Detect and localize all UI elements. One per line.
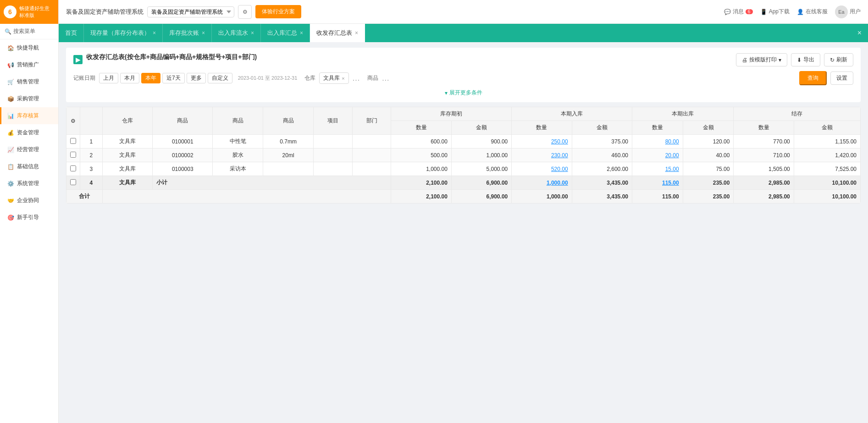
row-num: 1 xyxy=(80,135,103,148)
col-goods-code-header: 商品 xyxy=(153,107,213,135)
row-out-qty[interactable]: 15.00 xyxy=(632,162,683,176)
row-goods-spec: 0.7mm xyxy=(263,135,314,148)
tab-in-out-flow[interactable]: 出入库流水 × xyxy=(212,24,261,42)
col-settings[interactable]: ⚙ xyxy=(66,107,80,135)
tabbar-close-all-btn[interactable]: × xyxy=(851,29,868,37)
refresh-btn[interactable]: ↻ 刷新 xyxy=(824,53,853,66)
date-filter-section: 记账日期 上月 本月 本年 近7天 更多 自定义 2023-01-01 至 20… xyxy=(73,73,297,83)
sidebar-item-base-info[interactable]: 📋 基础信息 xyxy=(0,158,58,175)
sidebar-item-sales[interactable]: 🛒 销售管理 xyxy=(0,73,58,90)
row-goods-name: 采访本 xyxy=(213,162,263,176)
inventory-icon: 📊 xyxy=(7,112,14,120)
subtotal-in-amt: 3,435.00 xyxy=(572,176,632,190)
tab-close-inventory-dist[interactable]: × xyxy=(153,30,156,36)
expand-conditions-btn[interactable]: ▾ 展开更多条件 xyxy=(445,89,482,97)
tab-in-out-summary[interactable]: 出入库汇总 × xyxy=(261,24,310,42)
message-btn[interactable]: 💬 消息 6 xyxy=(724,8,753,16)
row-checkbox[interactable] xyxy=(66,148,80,162)
sidebar-item-business[interactable]: 📈 经营管理 xyxy=(0,141,58,158)
sidebar-item-inventory[interactable]: 📊 库存核算 xyxy=(0,107,58,124)
date-btn-7days[interactable]: 近7天 xyxy=(162,73,185,83)
warehouse-more-btn[interactable]: ... xyxy=(353,74,360,82)
tab-close-in-out-summary[interactable]: × xyxy=(300,30,303,36)
tab-close-in-out-flow[interactable]: × xyxy=(251,30,254,36)
guide-icon: 🎯 xyxy=(7,214,14,221)
total-row: 合计 2,100.00 6,900.00 1,000.00 3,435.00 1… xyxy=(66,190,861,203)
row-in-qty[interactable]: 230.00 xyxy=(512,148,572,162)
sidebar-item-finance[interactable]: 💰 资金管理 xyxy=(0,124,58,141)
data-table-container: ⚙ 仓库 商品 商品 商品 项目 部门 库存期初 本期入库 本期出库 结存 xyxy=(66,107,861,203)
tab-close-batch-ledger[interactable]: × xyxy=(202,30,205,36)
export-btn[interactable]: ⬇ 导出 xyxy=(791,53,820,66)
sidebar-item-marketing[interactable]: 📢 营销推广 xyxy=(0,56,58,73)
row-out-qty[interactable]: 20.00 xyxy=(632,148,683,162)
col-closing-header: 结存 xyxy=(734,107,861,121)
total-out-qty: 115.00 xyxy=(632,190,683,203)
date-btn-custom[interactable]: 自定义 xyxy=(208,73,232,83)
row-in-qty[interactable]: 520.00 xyxy=(512,162,572,176)
subtotal-in-qty[interactable]: 1,000.00 xyxy=(512,176,572,190)
user-menu[interactable]: Ea 用户 xyxy=(835,5,861,18)
sidebar-item-quick-nav[interactable]: 🏠 快捷导航 xyxy=(0,39,58,56)
subtotal-row: 4 文具库 小计 2,100.00 6,900.00 1,000.00 3,43… xyxy=(66,176,861,190)
row-closing-qty: 770.00 xyxy=(734,135,794,148)
print-btn[interactable]: 🖨 按模版打印 ▾ xyxy=(736,53,787,66)
tab-recv-send-summary[interactable]: 收发存汇总表 × xyxy=(310,24,365,42)
system-select[interactable]: 装备及固定资产辅助管理系统 xyxy=(147,6,234,17)
tab-inventory-dist[interactable]: 现存量（库存分布表） × xyxy=(84,24,163,42)
tab-home[interactable]: 首页 xyxy=(59,24,84,42)
date-btn-this-year[interactable]: 本年 xyxy=(141,73,160,83)
sidebar-item-system[interactable]: ⚙️ 系统管理 xyxy=(0,175,58,192)
online-service-btn[interactable]: 👤 在线客服 xyxy=(797,8,828,16)
date-btn-last-month[interactable]: 上月 xyxy=(99,73,118,83)
date-btn-more[interactable]: 更多 xyxy=(187,73,206,83)
page-header: ▶ 收发存汇总表(按仓库+商品编码+商品+规格型号+项目+部门) 🖨 按模版打印… xyxy=(66,48,861,102)
col-department-header: 部门 xyxy=(352,107,391,135)
sidebar-search[interactable]: 🔍 搜索菜单 xyxy=(0,24,58,39)
gear-button[interactable]: ⚙ xyxy=(238,5,252,19)
warehouse-filter-label: 仓库 xyxy=(304,74,315,82)
goods-filter-section: 商品 ... xyxy=(367,74,389,82)
date-btn-this-month[interactable]: 本月 xyxy=(120,73,139,83)
total-opening-amt: 6,900.00 xyxy=(451,190,511,203)
table-settings-icon: ⚙ xyxy=(71,118,76,124)
row-opening-amt: 900.00 xyxy=(451,135,511,148)
subtotal-opening-amt: 6,900.00 xyxy=(451,176,511,190)
date-buttons: 上月 本月 本年 近7天 更多 自定义 xyxy=(99,73,232,83)
row-opening-qty: 600.00 xyxy=(391,135,451,148)
row-checkbox[interactable] xyxy=(66,135,80,148)
subtotal-checkbox[interactable] xyxy=(66,176,80,190)
date-range-display: 2023-01-01 至 2023-12-31 xyxy=(238,75,298,82)
experience-btn[interactable]: 体验行业方案 xyxy=(255,5,301,18)
row-closing-amt: 7,525.00 xyxy=(794,162,860,176)
subtotal-out-amt: 235.00 xyxy=(683,176,734,190)
col-closing-qty-header: 数量 xyxy=(734,121,794,135)
setting-button[interactable]: 设置 xyxy=(830,71,853,85)
sidebar-item-guide[interactable]: 🎯 新手引导 xyxy=(0,209,58,226)
tab-batch-ledger[interactable]: 库存批次账 × xyxy=(163,24,212,42)
sidebar-item-purchase[interactable]: 📦 采购管理 xyxy=(0,90,58,107)
search-icon: 🔍 xyxy=(5,28,11,35)
subtotal-out-qty[interactable]: 115.00 xyxy=(632,176,683,190)
query-button[interactable]: 查询 xyxy=(799,71,827,85)
goods-more-btn[interactable]: ... xyxy=(382,74,389,82)
marketing-icon: 📢 xyxy=(7,61,14,69)
total-out-amt: 235.00 xyxy=(683,190,734,203)
main-content: 装备及固定资产辅助管理系统 装备及固定资产辅助管理系统 ⚙ 体验行业方案 💬 消… xyxy=(59,0,868,423)
row-opening-qty: 500.00 xyxy=(391,148,451,162)
app-download-btn[interactable]: 📱 App下载 xyxy=(760,8,790,16)
sidebar-item-enterprise[interactable]: 🤝 企业协同 xyxy=(0,192,58,209)
row-checkbox[interactable] xyxy=(66,162,80,176)
warehouse-tag-close[interactable]: × xyxy=(342,76,344,81)
tab-close-recv-send-summary[interactable]: × xyxy=(355,30,358,36)
row-in-qty[interactable]: 250.00 xyxy=(512,135,572,148)
topbar: 装备及固定资产辅助管理系统 装备及固定资产辅助管理系统 ⚙ 体验行业方案 💬 消… xyxy=(59,0,868,24)
row-out-qty[interactable]: 80.00 xyxy=(632,135,683,148)
table-row: 1 文具库 0100001 中性笔 0.7mm 600.00 900.00 25… xyxy=(66,135,861,148)
expand-toggle-btn[interactable]: ▶ xyxy=(73,55,83,64)
col-goods-spec-header: 商品 xyxy=(263,107,314,135)
warehouse-tag[interactable]: 文具库 × xyxy=(319,72,348,84)
total-in-amt: 3,435.00 xyxy=(572,190,632,203)
message-badge: 6 xyxy=(746,9,753,14)
message-icon: 💬 xyxy=(724,9,731,15)
